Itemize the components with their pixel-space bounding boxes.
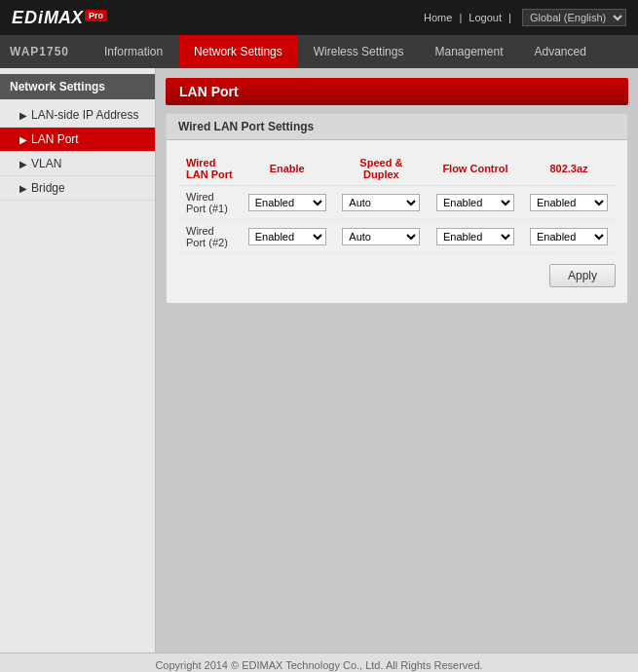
- row1-speed-cell: Auto 10M Half 10M Full 100M Half 100M Fu…: [334, 186, 429, 220]
- row1-enable-select[interactable]: Enabled Disabled: [248, 194, 326, 211]
- col-header-speed: Speed & Duplex: [334, 152, 429, 186]
- sidebar-item-vlan[interactable]: ▶ VLAN: [0, 152, 155, 176]
- table-row: Wired Port (#1) Enabled Disabled Auto: [178, 186, 616, 220]
- footer: Copyright 2014 © EDIMAX Technology Co., …: [0, 653, 638, 672]
- row2-dot3az-cell: Enabled Disabled: [522, 220, 616, 254]
- row1-flow-select[interactable]: Enabled Disabled: [436, 194, 514, 211]
- panel-header: Wired LAN Port Settings: [167, 114, 627, 140]
- row2-dot3az-select[interactable]: Enabled Disabled: [530, 228, 608, 245]
- tab-advanced[interactable]: Advanced: [519, 35, 602, 68]
- row2-port: Wired Port (#2): [178, 220, 241, 254]
- main-layout: Network Settings ▶ LAN-side IP Address ▶…: [0, 68, 638, 653]
- row2-speed-cell: Auto 10M Half 10M Full 100M Half 100M Fu…: [334, 220, 429, 254]
- logo: EDiMAX Pro: [12, 8, 107, 28]
- sidebar-item-lan-port[interactable]: ▶ LAN Port: [0, 128, 155, 152]
- tab-management[interactable]: Management: [419, 35, 518, 68]
- col-header-flow: Flow Control: [429, 152, 522, 186]
- separator2: |: [508, 12, 511, 23]
- row1-flow-cell: Enabled Disabled: [429, 186, 522, 220]
- wired-lan-table: Wired LAN Port Enable Speed & Duplex Flo…: [178, 152, 616, 254]
- sidebar-title: Network Settings: [0, 74, 155, 99]
- nav-tabs: Information Network Settings Wireless Se…: [89, 35, 602, 68]
- content: LAN Port Wired LAN Port Settings Wired L…: [156, 68, 638, 653]
- footer-text: Copyright 2014 © EDIMAX Technology Co., …: [155, 659, 482, 671]
- row1-dot3az-cell: Enabled Disabled: [522, 186, 616, 220]
- panel-body: Wired LAN Port Enable Speed & Duplex Flo…: [167, 140, 627, 303]
- header-links: Home | Logout | Global (English) Chinese…: [424, 9, 626, 26]
- page-title: LAN Port: [166, 78, 628, 105]
- row2-flow-select[interactable]: Enabled Disabled: [436, 228, 514, 245]
- col-header-enable: Enable: [241, 152, 334, 186]
- logout-link[interactable]: Logout: [469, 12, 502, 23]
- arrow-icon: ▶: [19, 110, 27, 121]
- row2-enable-cell: Enabled Disabled: [241, 220, 334, 254]
- logo-pro-badge: Pro: [85, 10, 107, 21]
- settings-panel: Wired LAN Port Settings Wired LAN Port E…: [166, 113, 628, 304]
- row1-enable-cell: Enabled Disabled: [241, 186, 334, 220]
- col-header-dot3az: 802.3az: [522, 152, 616, 186]
- col-header-port: Wired LAN Port: [178, 152, 241, 186]
- row1-speed-select[interactable]: Auto 10M Half 10M Full 100M Half 100M Fu…: [342, 194, 420, 211]
- device-name: WAP1750: [10, 45, 69, 58]
- apply-row: Apply: [178, 254, 616, 291]
- sidebar: Network Settings ▶ LAN-side IP Address ▶…: [0, 68, 156, 653]
- tab-information[interactable]: Information: [89, 35, 178, 68]
- sidebar-item-lan-port-label: LAN Port: [31, 132, 79, 146]
- arrow-icon-active: ▶: [19, 134, 27, 145]
- language-select[interactable]: Global (English) Chinese German French S…: [522, 9, 626, 26]
- header: EDiMAX Pro Home | Logout | Global (Engli…: [0, 0, 638, 35]
- home-link[interactable]: Home: [424, 12, 452, 23]
- table-row: Wired Port (#2) Enabled Disabled Auto: [178, 220, 616, 254]
- row2-enable-select[interactable]: Enabled Disabled: [248, 228, 326, 245]
- logo-edi: EDi: [12, 8, 44, 28]
- apply-button[interactable]: Apply: [549, 264, 616, 287]
- row2-flow-cell: Enabled Disabled: [429, 220, 522, 254]
- sidebar-item-lan-side-ip[interactable]: ▶ LAN-side IP Address: [0, 103, 155, 128]
- arrow-icon-vlan: ▶: [19, 159, 27, 169]
- arrow-icon-bridge: ▶: [19, 183, 27, 194]
- sidebar-item-bridge-label: Bridge: [31, 181, 65, 195]
- sidebar-item-lan-side-ip-label: LAN-side IP Address: [31, 108, 139, 122]
- tab-network-settings[interactable]: Network Settings: [178, 35, 298, 68]
- row2-speed-select[interactable]: Auto 10M Half 10M Full 100M Half 100M Fu…: [342, 228, 420, 245]
- row1-dot3az-select[interactable]: Enabled Disabled: [530, 194, 608, 211]
- logo-area: EDiMAX Pro: [12, 8, 107, 28]
- sidebar-item-vlan-label: VLAN: [31, 157, 61, 170]
- logo-max: MAX: [44, 8, 83, 28]
- separator1: |: [459, 12, 462, 23]
- tab-wireless-settings[interactable]: Wireless Settings: [298, 35, 420, 68]
- row1-port: Wired Port (#1): [178, 186, 241, 220]
- navbar: WAP1750 Information Network Settings Wir…: [0, 35, 638, 68]
- sidebar-item-bridge[interactable]: ▶ Bridge: [0, 176, 155, 201]
